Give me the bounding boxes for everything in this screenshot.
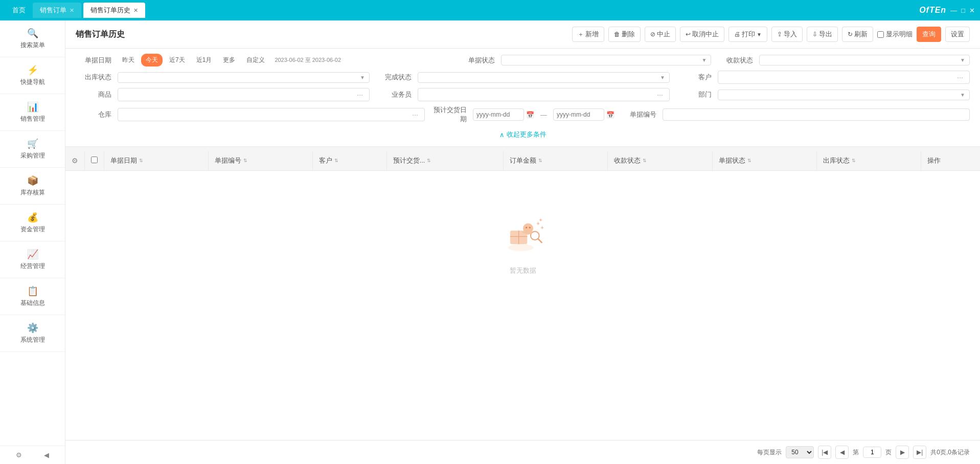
th-receipt-status[interactable]: 收款状态 ⇅	[608, 151, 712, 171]
window-close[interactable]: ✕	[969, 7, 975, 14]
date-chip-custom[interactable]: 自定义	[242, 54, 269, 67]
sidebar-item-operations[interactable]: 📈 经营管理	[0, 241, 65, 278]
product-label: 商品	[76, 90, 111, 99]
page-size-select[interactable]: 50 10 20 100	[786, 446, 814, 458]
sidebar-item-quick-nav[interactable]: ⚡ 快捷导航	[0, 57, 65, 94]
department-select[interactable]: ▼	[718, 90, 970, 100]
top-bar: 首页 销售订单 ✕ 销售订单历史 ✕ OfTEn — □ ✕	[0, 0, 980, 20]
customer-select[interactable]: ···	[718, 71, 970, 84]
window-maximize[interactable]: □	[961, 7, 965, 14]
collapse-button[interactable]: ∧ 收起更多条件	[76, 128, 970, 141]
bill-status-select[interactable]: ▼	[501, 55, 712, 65]
complete-status-select[interactable]: ▼	[418, 72, 670, 83]
stop-icon: ⊘	[650, 31, 655, 38]
divider	[65, 147, 980, 151]
export-button[interactable]: ⇩ 导出	[807, 27, 838, 42]
page-first-button[interactable]: |◀	[818, 446, 831, 459]
th-outbound-status[interactable]: 出库状态 ⇅	[816, 151, 921, 171]
product-select[interactable]: ···	[118, 88, 370, 101]
cancel-stop-button[interactable]: ↩ 取消中止	[680, 27, 724, 42]
date-chip-today[interactable]: 今天	[141, 54, 163, 67]
customer-dots[interactable]: ···	[955, 73, 965, 81]
page-last-button[interactable]: ▶|	[913, 446, 926, 459]
page-number-input[interactable]	[863, 447, 881, 458]
empty-text: 暂无数据	[510, 266, 536, 275]
warehouse-dots[interactable]: ···	[410, 111, 420, 119]
salesperson-dots[interactable]: ···	[655, 91, 665, 99]
date-chip-more[interactable]: 更多	[218, 54, 240, 67]
delivery-cal-to-icon[interactable]: 📅	[606, 111, 614, 119]
filter-row-2: 出库状态 ▼ 完成状态 ▼ 客户 ···	[76, 71, 970, 84]
tab-sales-order-history-close[interactable]: ✕	[133, 7, 138, 14]
select-all-checkbox[interactable]	[91, 157, 98, 163]
sidebar-collapse-icon[interactable]: ◀	[44, 451, 49, 459]
delete-button[interactable]: 🗑 删除	[608, 27, 641, 42]
query-button[interactable]: 查询	[917, 27, 941, 42]
th-customer[interactable]: 客户 ⇅	[313, 151, 386, 171]
sidebar-item-sales-mgmt[interactable]: 📊 销售管理	[0, 94, 65, 131]
page-title-row: 销售订单历史 ＋ 新增 🗑 删除 ⊘ 中止 ↩	[76, 27, 970, 42]
print-button[interactable]: 🖨 打印 ▼	[728, 27, 767, 42]
product-dots[interactable]: ···	[355, 91, 365, 99]
th-date[interactable]: 单据日期 ⇅	[104, 151, 209, 171]
page-title: 销售订单历史	[76, 29, 125, 40]
sidebar-label-sys-mgmt: 系统管理	[20, 336, 45, 344]
th-settings[interactable]: ⚙	[65, 151, 85, 171]
page-next-button[interactable]: ▶	[896, 446, 909, 459]
sidebar-item-sys-mgmt[interactable]: ⚙️ 系统管理	[0, 315, 65, 352]
table-header-row: ⚙ 单据日期 ⇅ 单据编号	[65, 151, 980, 171]
sort-delivery-icon: ⇅	[427, 158, 431, 163]
brand-logo: OfTEn	[919, 6, 946, 15]
base-info-icon: 📋	[27, 285, 38, 297]
sidebar-item-finance[interactable]: 💰 资金管理	[0, 205, 65, 241]
sort-receipt-status-icon: ⇅	[643, 158, 647, 163]
stop-button[interactable]: ⊘ 中止	[645, 27, 676, 42]
sidebar: 🔍 搜索菜单 ⚡ 快捷导航 📊 销售管理 🛒 采购管理 📦 库存核算 💰 资金管…	[0, 20, 65, 464]
table-settings-icon[interactable]: ⚙	[72, 157, 78, 165]
delivery-date-from[interactable]	[473, 108, 524, 121]
sidebar-settings-icon[interactable]: ⚙	[16, 451, 22, 459]
status-label: 单据状态	[459, 56, 495, 65]
page-prev-button[interactable]: ◀	[835, 446, 849, 459]
order-no-label: 单据编号	[621, 110, 656, 119]
warehouse-select[interactable]: ···	[118, 108, 425, 121]
receipt-status-select[interactable]: ▼	[759, 55, 970, 65]
delivery-date-to[interactable]	[553, 108, 604, 121]
tab-sales-order-history[interactable]: 销售订单历史 ✕	[83, 3, 145, 18]
filter-row-3: 商品 ··· 业务员 ··· 部门 ▼	[76, 88, 970, 101]
date-chip-yesterday[interactable]: 昨天	[118, 54, 139, 67]
toolbar: ＋ 新增 🗑 删除 ⊘ 中止 ↩ 取消中止	[572, 27, 970, 42]
delivery-cal-from-icon[interactable]: 📅	[526, 111, 534, 119]
sidebar-item-search-menu[interactable]: 🔍 搜索菜单	[0, 20, 65, 57]
tab-home[interactable]: 首页	[5, 3, 33, 18]
outbound-status-label: 出库状态	[76, 73, 111, 82]
th-checkbox[interactable]	[85, 151, 104, 171]
salesperson-select[interactable]: ···	[418, 88, 670, 101]
import-button[interactable]: ⇪ 导入	[771, 27, 803, 42]
tab-sales-order-close[interactable]: ✕	[70, 7, 74, 14]
new-button[interactable]: ＋ 新增	[572, 27, 604, 42]
sidebar-item-inventory[interactable]: 📦 库存核算	[0, 168, 65, 205]
page-word: 第	[853, 448, 859, 457]
th-delivery[interactable]: 预计交货... ⇅	[386, 151, 504, 171]
sidebar-item-purchase-mgmt[interactable]: 🛒 采购管理	[0, 131, 65, 168]
th-no[interactable]: 单据编号 ⇅	[209, 151, 313, 171]
svg-line-10	[528, 233, 532, 234]
total-info: 共0页,0条记录	[930, 448, 970, 457]
show-detail-checkbox-label[interactable]: 显示明细	[877, 30, 913, 39]
refresh-icon: ↻	[848, 31, 853, 38]
show-detail-checkbox[interactable]	[877, 31, 884, 38]
sidebar-item-base-info[interactable]: 📋 基础信息	[0, 278, 65, 315]
refresh-button[interactable]: ↻ 刷新	[842, 27, 873, 42]
date-chip-7days[interactable]: 近7天	[165, 54, 190, 67]
print-icon: 🖨	[734, 31, 740, 38]
outbound-status-select[interactable]: ▼	[118, 72, 370, 83]
th-order-status[interactable]: 单据状态 ⇅	[712, 151, 816, 171]
sidebar-label-search-menu: 搜索菜单	[20, 41, 45, 50]
settings-button[interactable]: 设置	[945, 27, 970, 42]
tab-sales-order[interactable]: 销售订单 ✕	[33, 3, 81, 18]
order-no-input[interactable]	[663, 108, 970, 121]
th-amount[interactable]: 订单金额 ⇅	[504, 151, 608, 171]
date-chip-1month[interactable]: 近1月	[192, 54, 217, 67]
window-minimize[interactable]: —	[950, 7, 957, 14]
